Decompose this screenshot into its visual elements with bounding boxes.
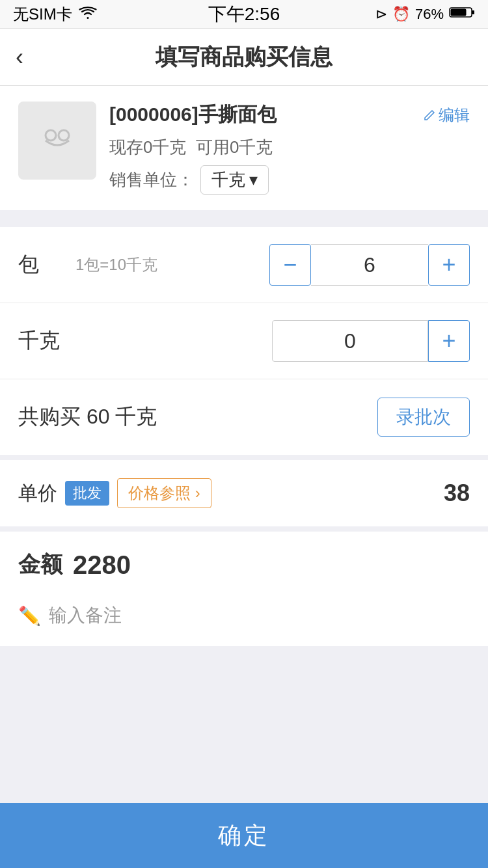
product-card: [0000006]手撕面包 编辑 现存0千克 可用0千克 销售单位： 千克 ▾	[0, 86, 488, 215]
pencil-icon: ✏️	[18, 605, 41, 627]
bao-row: 包 1包=10千克 − +	[0, 227, 488, 303]
confirm-button-label: 确定	[218, 820, 270, 852]
back-button[interactable]: ‹	[16, 44, 23, 71]
amount-label: 金额	[18, 550, 62, 580]
price-value: 38	[444, 480, 470, 507]
battery-label: 76%	[415, 6, 444, 23]
kg-increment-button[interactable]: +	[428, 320, 470, 362]
nav-bar: ‹ 填写商品购买信息	[0, 29, 488, 86]
product-info: [0000006]手撕面包 编辑 现存0千克 可用0千克 销售单位： 千克 ▾	[109, 102, 470, 195]
svg-point-3	[46, 130, 56, 141]
total-row: 共购买 60 千克 录批次	[0, 379, 488, 460]
price-section: 单价 批发 价格参照 › 38	[0, 460, 488, 532]
status-left: 无SIM卡	[13, 4, 97, 25]
svg-rect-1	[472, 10, 474, 14]
alarm-icon: ⏰	[392, 6, 410, 23]
section-separator-1	[0, 215, 488, 227]
bao-decrement-button[interactable]: −	[269, 244, 311, 286]
status-time: 下午2:56	[208, 2, 280, 27]
unit-select[interactable]: 千克 ▾	[200, 165, 269, 195]
batch-button[interactable]: 录批次	[377, 398, 470, 437]
status-bar: 无SIM卡 下午2:56 ⊳ ⏰ 76%	[0, 0, 488, 29]
kg-row: 千克 +	[0, 303, 488, 379]
product-name-row: [0000006]手撕面包 编辑	[109, 102, 470, 128]
kg-label: 千克	[18, 327, 70, 355]
location-icon: ⊳	[375, 6, 387, 23]
wifi-icon	[79, 5, 97, 23]
carrier-label: 无SIM卡	[13, 4, 72, 25]
status-right: ⊳ ⏰ 76%	[375, 6, 475, 23]
amount-row: 金额 2280	[18, 550, 470, 580]
bao-sublabel: 1包=10千克	[75, 254, 269, 275]
confirm-bar[interactable]: 确定	[0, 803, 488, 868]
bao-stepper: − +	[269, 244, 470, 286]
amount-value: 2280	[73, 550, 131, 580]
svg-rect-2	[451, 8, 467, 16]
price-ref-button[interactable]: 价格参照 ›	[117, 478, 211, 508]
svg-point-4	[59, 130, 69, 141]
page-title: 填写商品购买信息	[156, 42, 332, 72]
product-image	[18, 102, 96, 180]
kg-stepper: +	[272, 320, 470, 362]
unit-row: 销售单位： 千克 ▾	[109, 165, 470, 195]
bao-increment-button[interactable]: +	[428, 244, 470, 286]
remark-row[interactable]: ✏️ 输入备注	[18, 593, 470, 646]
battery-icon	[449, 6, 475, 23]
bao-input[interactable]	[311, 244, 428, 286]
amount-section: 金额 2280 ✏️ 输入备注	[0, 532, 488, 646]
remark-placeholder: 输入备注	[49, 603, 122, 628]
edit-button[interactable]: 编辑	[423, 105, 470, 126]
total-label: 共购买 60 千克	[18, 403, 157, 431]
input-section: 包 1包=10千克 − + 千克 +	[0, 227, 488, 379]
product-stock: 现存0千克 可用0千克	[109, 136, 470, 159]
kg-input[interactable]	[272, 320, 428, 362]
bao-label: 包	[18, 251, 70, 279]
product-name: [0000006]手撕面包	[109, 102, 277, 128]
price-label: 单价	[18, 480, 57, 507]
price-tag: 批发	[65, 481, 109, 506]
